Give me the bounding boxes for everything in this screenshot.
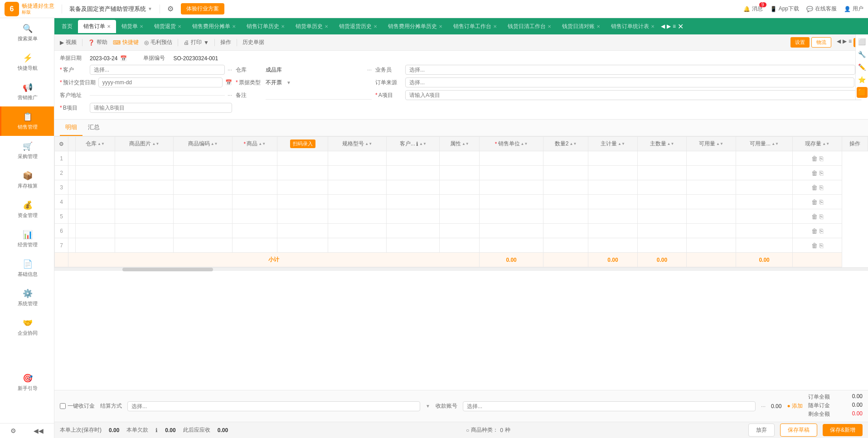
nav-next-icon[interactable]: ▶ <box>843 38 847 47</box>
row-copy-icon-7[interactable]: ⎘ <box>820 242 823 249</box>
calendar-icon[interactable]: 📅 <box>120 55 127 62</box>
payment-method-input[interactable] <box>127 401 420 411</box>
warehouse-ellipsis[interactable]: ··· <box>367 67 372 73</box>
goods-btn[interactable]: 物流 <box>811 37 831 48</box>
nav-prev-icon[interactable]: ◀ <box>837 38 841 47</box>
toolbar-shortcut[interactable]: ⌨ 快捷键 <box>113 39 139 46</box>
user-menu[interactable]: 👤 用户 <box>844 5 863 13</box>
right-panel-icon-3[interactable]: ✏️ <box>857 62 868 72</box>
row-delete-icon-1[interactable]: 🗑 <box>811 155 818 162</box>
row-copy-icon-2[interactable]: ⎘ <box>820 169 823 177</box>
tab-workbench[interactable]: 销售订单工作台 ✕ <box>448 20 502 33</box>
tab-return-history-close[interactable]: ✕ <box>373 24 377 29</box>
sidebar-item-marketing[interactable]: 📢 营销推广 <box>0 77 54 106</box>
cell-2-stock[interactable] <box>736 166 793 180</box>
right-panel-icon-4[interactable]: ⭐ <box>857 74 868 85</box>
settings-icon[interactable]: ⚙ <box>167 5 174 13</box>
sidebar-item-enterprise[interactable]: 🤝 企业协同 <box>0 313 54 342</box>
tab-fee-split[interactable]: 销售费用分摊单 ✕ <box>187 20 241 33</box>
cell-1-main-unit[interactable] <box>543 151 588 166</box>
online-service-link[interactable]: 💬 在线客服 <box>806 5 837 13</box>
tab-slip-history-close[interactable]: ✕ <box>325 24 328 29</box>
tab-daily-clear-close[interactable]: ✕ <box>548 24 551 29</box>
list-view-icon[interactable]: ≡ <box>849 38 852 47</box>
sidebar-item-operations[interactable]: 📊 经营管理 <box>0 224 54 254</box>
delivery-date-input[interactable] <box>98 77 223 87</box>
row-copy-icon-3[interactable]: ⎘ <box>820 184 823 191</box>
sidebar-item-guide[interactable]: 🎯 新手引导 <box>0 368 54 397</box>
tab-fee-split-close[interactable]: ✕ <box>232 24 236 29</box>
cell-1-available[interactable] <box>637 151 686 166</box>
cell-1-code[interactable] <box>115 151 174 166</box>
discard-button[interactable]: 放弃 <box>748 424 775 437</box>
th-main-unit[interactable]: 主计量▲▼ <box>588 137 637 151</box>
b-project-input[interactable] <box>90 103 232 113</box>
one-click-checkout-checkbox[interactable]: 一键收订金 <box>60 402 95 410</box>
th-customer[interactable]: 客户...ℹ▲▼ <box>387 137 440 151</box>
row-copy-icon-5[interactable]: ⎘ <box>820 213 823 220</box>
th-available[interactable]: 可用量▲▼ <box>687 137 736 151</box>
add-item-btn[interactable]: ● 添加 <box>787 402 803 410</box>
tab-prev-btn[interactable]: ◀ <box>660 21 666 31</box>
tab-sales-order-close[interactable]: ✕ <box>107 24 111 29</box>
salesperson-input[interactable] <box>405 65 855 75</box>
th-product-code[interactable]: 商品编码▲▼ <box>174 137 232 151</box>
tab-fee-history[interactable]: 销售费用分摊单历史 ✕ <box>383 20 448 33</box>
save-draft-button[interactable]: 保存草稿 <box>780 424 817 437</box>
sidebar-item-finance[interactable]: 💰 资金管理 <box>0 195 54 224</box>
a-project-input[interactable] <box>405 90 863 100</box>
th-unit[interactable]: *销售单位▲▼ <box>480 137 543 151</box>
cell-1-product[interactable] <box>174 151 232 166</box>
tab-sales-order[interactable]: 销售订单 ✕ <box>78 20 116 33</box>
toolbar-profit[interactable]: ◎ 毛利预估 <box>144 39 172 46</box>
sidebar-item-sales[interactable]: 📋 销售管理 <box>0 106 54 136</box>
cell-2-main-unit[interactable] <box>543 166 588 180</box>
cell-1-attrs[interactable] <box>387 151 440 166</box>
app-download-link[interactable]: 📱 App下载 <box>770 5 799 13</box>
sidebar-bottom-settings-icon[interactable]: ⚙ <box>10 427 16 434</box>
checkout-checkbox[interactable] <box>60 403 66 409</box>
cell-1-customer[interactable] <box>328 151 387 166</box>
tab-reconcile-close[interactable]: ✕ <box>596 24 600 29</box>
delivery-calendar-icon[interactable]: 📅 <box>225 79 232 86</box>
sidebar-item-basic-info[interactable]: 📄 基础信息 <box>0 254 54 283</box>
row-delete-icon-7[interactable]: 🗑 <box>811 242 818 249</box>
th-qty2[interactable]: 数量2▲▼ <box>543 137 588 151</box>
cell-1-main-qty[interactable] <box>588 151 637 166</box>
cell-1-img[interactable] <box>75 151 115 166</box>
cell-2-main-qty[interactable] <box>588 166 637 180</box>
tab-return[interactable]: 销货退货 ✕ <box>149 20 187 33</box>
tab-return-close[interactable]: ✕ <box>178 24 181 29</box>
th-product-img[interactable]: 商品图片▲▼ <box>115 137 174 151</box>
customer-ellipsis[interactable]: ··· <box>228 67 232 73</box>
scrollbar-thumb[interactable] <box>122 268 213 271</box>
right-panel-icon-1[interactable]: ⬜ <box>857 36 868 47</box>
cell-2-spec[interactable] <box>277 166 328 180</box>
tab-order-history[interactable]: 销售订单历史 ✕ <box>241 20 290 33</box>
tab-sales-slip-close[interactable]: ✕ <box>140 24 143 29</box>
row-delete-icon-2[interactable]: 🗑 <box>811 169 818 177</box>
cell-2-attrs[interactable] <box>387 166 440 180</box>
customer-input[interactable] <box>90 65 225 75</box>
th-product[interactable]: *商品▲▼ <box>232 137 277 151</box>
order-source-input[interactable] <box>405 77 854 87</box>
cell-2-available2[interactable] <box>687 166 736 180</box>
cell-2-img[interactable] <box>75 166 115 180</box>
tab-next-btn[interactable]: ▶ <box>666 21 672 31</box>
save-new-button[interactable]: 保存&新增 <box>823 424 863 436</box>
toolbar-view[interactable]: ▶ 视频 <box>60 39 77 46</box>
receipt-ellipsis[interactable]: ··· <box>761 403 766 409</box>
tab-fee-history-close[interactable]: ✕ <box>439 24 442 29</box>
cell-1-unit[interactable] <box>440 151 480 166</box>
th-current-stock[interactable]: 现存量▲▼ <box>793 137 842 151</box>
toolbar-help[interactable]: ❓ 帮助 <box>88 39 107 46</box>
tab-slip-history[interactable]: 销货单历史 ✕ <box>290 20 334 33</box>
toolbar-print[interactable]: 🖨 打印 ▼ <box>184 39 209 46</box>
sidebar-item-quicknav[interactable]: ⚡ 快捷导航 <box>0 48 54 77</box>
settings-btn[interactable]: 设置 <box>790 37 810 48</box>
sidebar-item-inventory[interactable]: 📦 库存核算 <box>0 165 54 195</box>
row-copy-icon-4[interactable]: ⎘ <box>820 198 823 206</box>
tab-stats-close[interactable]: ✕ <box>651 24 655 29</box>
tab-daily-clear[interactable]: 钱货日清工作台 ✕ <box>502 20 557 33</box>
detail-tab-summary[interactable]: 汇总 <box>82 120 105 136</box>
